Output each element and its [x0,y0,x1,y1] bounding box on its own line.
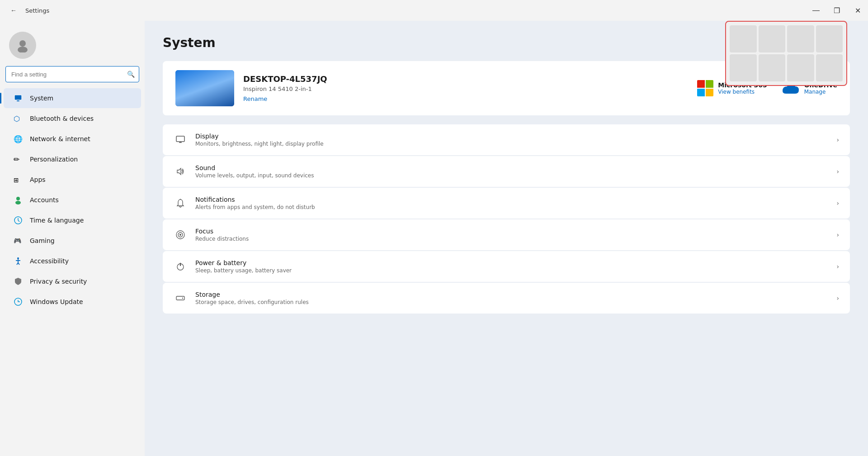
rename-link[interactable]: Rename [243,95,267,102]
bluetooth-icon: ⬡ [13,113,24,124]
back-button[interactable]: ← [7,4,20,17]
privacy-icon [13,276,24,287]
storage-title: Storage [195,291,828,298]
ms365-sub[interactable]: View benefits [718,89,767,95]
snap-cell[interactable] [787,25,814,52]
apps-icon: ⊞ [13,174,24,185]
display-desc: Monitors, brightness, night light, displ… [195,141,828,147]
nav-list: System ⬡ Bluetooth & devices 🌐 Network &… [0,88,145,312]
focus-desc: Reduce distractions [195,236,828,242]
sidebar-item-update[interactable]: Windows Update [4,292,141,312]
sidebar-item-privacy[interactable]: Privacy & security [4,271,141,291]
notifications-title: Notifications [195,196,828,203]
snap-layout-overlay [725,21,847,86]
ms365-cell [697,89,705,96]
setting-row-display[interactable]: Display Monitors, brightness, night ligh… [163,124,850,155]
sidebar-item-gaming[interactable]: 🎮 Gaming [4,231,141,251]
search-icon: 🔍 [127,71,135,78]
notifications-icon [174,196,187,210]
setting-row-storage[interactable]: Storage Storage space, drives, configura… [163,283,850,314]
sidebar-label-personalization: Personalization [30,156,78,163]
app-title: Settings [25,7,49,14]
svg-point-15 [17,257,19,259]
focus-chevron: › [836,231,839,238]
display-text: Display Monitors, brightness, night ligh… [195,133,828,147]
sidebar: 🔍 System ⬡ Bluetooth & devices 🌐 Network… [0,21,145,456]
sidebar-label-time: Time & language [30,217,84,224]
sidebar-label-privacy: Privacy & security [30,278,87,285]
ms365-cell [706,80,713,88]
svg-text:🌐: 🌐 [14,135,23,143]
search-input[interactable] [5,66,139,82]
snap-cell[interactable] [759,25,786,52]
device-name: DESKTOP-4L537JQ [243,74,688,84]
window-controls: — ❐ ✕ [806,0,868,21]
gaming-icon: 🎮 [13,235,24,246]
snap-cell[interactable] [816,25,843,52]
time-icon [13,215,24,226]
sound-title: Sound [195,164,828,171]
svg-rect-2 [14,95,22,100]
sidebar-item-system[interactable]: System [4,88,141,108]
ms365-icon [697,80,713,96]
accounts-icon [13,195,24,205]
storage-icon [174,291,187,305]
focus-text: Focus Reduce distractions [195,228,828,242]
sidebar-label-gaming: Gaming [30,237,55,244]
ms365-cell [697,80,705,88]
svg-point-32 [182,298,183,299]
ms365-cell [706,89,713,96]
sidebar-item-accounts[interactable]: Accounts [4,190,141,210]
power-desc: Sleep, battery usage, battery saver [195,267,828,274]
accessibility-icon [13,256,24,266]
sidebar-item-accessibility[interactable]: Accessibility [4,251,141,271]
setting-row-focus[interactable]: Focus Reduce distractions › [163,219,850,250]
sidebar-label-bluetooth: Bluetooth & devices [30,115,94,122]
snap-cell[interactable] [730,54,757,81]
svg-point-10 [15,201,21,204]
avatar [9,32,36,59]
display-title: Display [195,133,828,140]
onedrive-sub[interactable]: Manage [804,89,837,95]
sound-icon [174,165,187,178]
snap-cell[interactable] [787,54,814,81]
maximize-button[interactable]: ❐ [826,0,847,21]
network-icon: 🌐 [13,133,24,144]
system-icon [13,93,24,104]
setting-row-power[interactable]: Power & battery Sleep, battery usage, ba… [163,251,850,282]
setting-row-notifications[interactable]: Notifications Alerts from apps and syste… [163,188,850,218]
personalization-icon: ✏️ [13,154,24,165]
sidebar-item-apps[interactable]: ⊞ Apps [4,170,141,190]
svg-text:✏️: ✏️ [14,155,20,164]
svg-line-13 [18,220,19,222]
close-button[interactable]: ✕ [847,0,868,21]
storage-chevron: › [836,294,839,302]
sidebar-item-network[interactable]: 🌐 Network & internet [4,129,141,149]
sidebar-item-personalization[interactable]: ✏️ Personalization [4,149,141,169]
focus-icon [174,228,187,242]
snap-cell[interactable] [759,54,786,81]
svg-point-28 [179,234,181,236]
sidebar-label-accounts: Accounts [30,196,59,204]
focus-title: Focus [195,228,828,235]
setting-row-sound[interactable]: Sound Volume levels, output, input, soun… [163,156,850,187]
power-icon [174,260,187,273]
snap-cell[interactable] [730,25,757,52]
svg-marker-24 [177,168,181,175]
display-chevron: › [836,136,839,143]
device-thumbnail [175,70,234,106]
minimize-button[interactable]: — [806,0,826,21]
sound-desc: Volume levels, output, input, sound devi… [195,172,828,179]
svg-rect-4 [17,100,19,101]
sidebar-label-network: Network & internet [30,135,90,142]
user-section [0,24,145,64]
storage-desc: Storage space, drives, configuration rul… [195,299,828,305]
sidebar-item-bluetooth[interactable]: ⬡ Bluetooth & devices [4,109,141,128]
title-bar: ← Settings — ❐ ✕ [0,0,868,21]
app-layout: 🔍 System ⬡ Bluetooth & devices 🌐 Network… [0,21,868,456]
snap-cell[interactable] [816,54,843,81]
sidebar-label-update: Windows Update [30,298,83,305]
sidebar-item-time[interactable]: Time & language [4,210,141,230]
storage-text: Storage Storage space, drives, configura… [195,291,828,305]
sidebar-label-accessibility: Accessibility [30,257,69,265]
